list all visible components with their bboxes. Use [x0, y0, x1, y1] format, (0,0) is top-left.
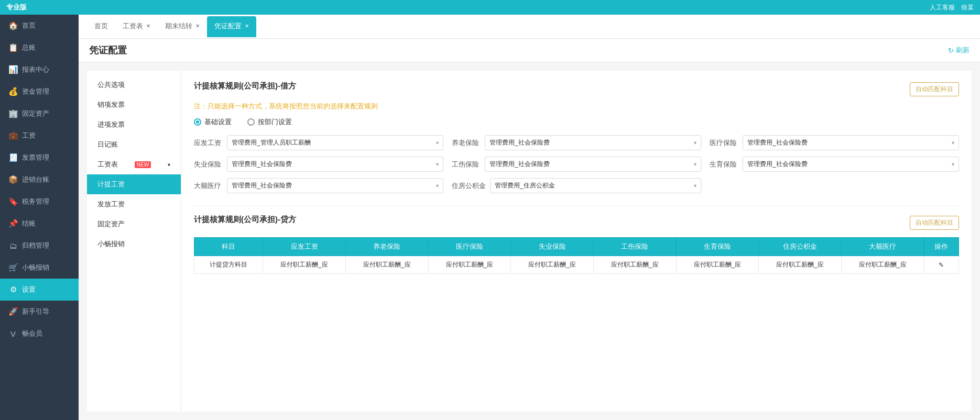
select-maternity[interactable]: 管理费用_社会保险费 ▾ — [743, 157, 959, 172]
tab-home-label: 首页 — [94, 21, 108, 31]
refresh-button[interactable]: ↻ 刷新 — [948, 46, 970, 55]
section-credit: 计提核算规则(公司承担)-贷方 自动匹配科目 科目 应发工资 养老保险 医疗保险… — [194, 215, 959, 274]
select-unemployment-arrow: ▾ — [436, 161, 439, 167]
section-debit: 计提核算规则(公司承担)-借方 自动匹配科目 注：只能选择一种方式，系统将按照您… — [194, 81, 959, 193]
sidebar-item-settings[interactable]: ⚙ 设置 — [0, 279, 79, 301]
select-injury-arrow: ▾ — [694, 161, 696, 167]
auto-match-debit-button[interactable]: 自动匹配科目 — [910, 82, 959, 96]
label-unemployment: 失业保险 — [194, 160, 223, 169]
tab-payroll-close[interactable]: ✕ — [146, 23, 150, 29]
th-major-medical: 大额医疗 — [841, 238, 924, 256]
th-injury: 工伤保险 — [593, 238, 676, 256]
form-row-pension: 养老保险 管理费用_社会保险费 ▾ — [452, 135, 701, 150]
select-pension[interactable]: 管理费用_社会保险费 ▾ — [485, 135, 701, 150]
sidebar-item-fund-mgmt[interactable]: 💰 资金管理 — [0, 81, 79, 103]
select-salary[interactable]: 管理费用_管理人员职工薪酬 ▾ — [227, 135, 443, 150]
left-nav-payroll-table[interactable]: 工资表 NEW ▾ — [87, 154, 181, 174]
credit-table: 科目 应发工资 养老保险 医疗保险 失业保险 工伤保险 生育保险 住房公积金 大… — [194, 237, 959, 274]
form-row-maternity: 生育保险 管理费用_社会保险费 ▾ — [710, 157, 959, 172]
select-salary-text: 管理费用_管理人员职工薪酬 — [232, 138, 311, 147]
select-medical-text: 管理费用_社会保险费 — [747, 138, 808, 147]
sidebar-item-archive[interactable]: 🗂 归档管理 — [0, 235, 79, 257]
left-nav-input-invoice[interactable]: 进项发票 — [87, 115, 181, 135]
sidebar-item-report-center[interactable]: 📊 报表中心 — [0, 59, 79, 81]
left-nav-public-options[interactable]: 公共选项 — [87, 75, 181, 95]
content-area: 首页 工资表 ✕ 期末结转 ✕ 凭证配置 ✕ 凭证配置 ↻ 刷新 — [79, 15, 980, 420]
select-injury[interactable]: 管理费用_社会保险费 ▾ — [485, 157, 701, 172]
sidebar-item-closing[interactable]: 📌 结账 — [0, 213, 79, 235]
left-nav-accrual-payroll[interactable]: 计提工资 — [87, 174, 181, 194]
tab-voucher-config-close[interactable]: ✕ — [245, 23, 249, 29]
select-medical[interactable]: 管理费用_社会保险费 ▾ — [743, 135, 959, 150]
tab-voucher-config[interactable]: 凭证配置 ✕ — [207, 16, 256, 37]
edit-icon[interactable]: ✎ — [939, 261, 944, 269]
td-val-0: 应付职工薪酬_应 — [263, 256, 346, 274]
sidebar-item-fixed-assets[interactable]: 🏢 固定资产 — [0, 103, 79, 125]
sidebar-item-purchase-sale[interactable]: 📦 进销台账 — [0, 169, 79, 191]
select-major-medical-text: 管理费用_社会保险费 — [232, 181, 292, 190]
th-medical: 医疗保险 — [428, 238, 511, 256]
radio-dept[interactable]: 按部门设置 — [247, 117, 292, 127]
arrow-icon: ▾ — [168, 162, 170, 168]
td-val-2: 应付职工薪酬_应 — [428, 256, 511, 274]
sidebar-label-tax: 税务管理 — [22, 197, 70, 206]
th-action: 操作 — [924, 238, 959, 256]
label-salary: 应发工资 — [194, 138, 223, 148]
left-nav-distribute-payroll[interactable]: 发放工资 — [87, 194, 181, 214]
sidebar-item-payroll[interactable]: 💼 工资 — [0, 125, 79, 147]
sidebar-label-assets: 固定资产 — [22, 109, 70, 118]
select-medical-arrow: ▾ — [952, 140, 954, 146]
select-pension-text: 管理费用_社会保险费 — [489, 138, 550, 147]
archive-icon: 🗂 — [8, 241, 18, 250]
td-action[interactable]: ✎ — [924, 256, 959, 274]
report-icon: 📊 — [8, 65, 18, 74]
section-divider — [194, 206, 959, 206]
tab-voucher-config-label: 凭证配置 — [214, 21, 242, 31]
left-nav-cancel-invoice[interactable]: 销项发票 — [87, 95, 181, 115]
radio-basic-label: 基础设置 — [204, 117, 232, 127]
sidebar-item-home[interactable]: 🏠 首页 — [0, 15, 79, 37]
form-row-housing: 住房公积金 管理费用_住房公积金 ▾ — [452, 178, 701, 193]
tab-bar: 首页 工资表 ✕ 期末结转 ✕ 凭证配置 ✕ — [79, 15, 980, 39]
select-housing[interactable]: 管理费用_住房公积金 ▾ — [490, 178, 701, 193]
left-nav-journal[interactable]: 日记账 — [87, 135, 181, 154]
select-pension-arrow: ▾ — [694, 140, 696, 146]
main-content: 公共选项 销项发票 进项发票 日记账 工资表 NEW ▾ 计提工资 — [79, 62, 980, 420]
sidebar-item-xcbx[interactable]: 🛒 小畅报销 — [0, 257, 79, 279]
radio-basic[interactable]: 基础设置 — [194, 117, 232, 127]
auto-match-credit-button[interactable]: 自动匹配科目 — [910, 216, 959, 230]
customer-service-label[interactable]: 人工客服 — [930, 3, 955, 12]
sidebar-item-invoice-mgmt[interactable]: 🧾 发票管理 — [0, 147, 79, 169]
sidebar-label-report: 报表中心 — [22, 65, 70, 74]
radio-group: 基础设置 按部门设置 — [194, 117, 959, 127]
fund-icon: 💰 — [8, 87, 18, 96]
td-val-3: 应付职工薪酬_应 — [511, 256, 594, 274]
tab-home[interactable]: 首页 — [87, 16, 115, 37]
tab-period-close-close[interactable]: ✕ — [195, 23, 200, 29]
sidebar-label-home: 首页 — [22, 21, 70, 30]
select-major-medical[interactable]: 管理费用_社会保险费 ▾ — [227, 178, 443, 193]
radio-basic-dot — [194, 118, 201, 126]
sidebar-item-tax-mgmt[interactable]: 🔖 税务管理 — [0, 191, 79, 213]
form-row-unemployment: 失业保险 管理费用_社会保险费 ▾ — [194, 157, 443, 172]
left-nav-xcbx-sub[interactable]: 小畅报销 — [87, 234, 181, 254]
label-injury: 工伤保险 — [452, 160, 481, 169]
sidebar-item-guide[interactable]: 🚀 新手引导 — [0, 301, 79, 323]
form-row-injury: 工伤保险 管理费用_社会保险费 ▾ — [452, 157, 701, 172]
sidebar-label-closing: 结账 — [22, 219, 70, 228]
sidebar-label-ledger: 总账 — [22, 43, 70, 52]
select-unemployment-text: 管理费用_社会保险费 — [232, 160, 292, 169]
left-nav-fixed-assets-sub[interactable]: 固定资产 — [87, 214, 181, 234]
sidebar-label-invoice: 发票管理 — [22, 153, 70, 162]
sidebar-item-general-ledger[interactable]: 📋 总账 — [0, 37, 79, 59]
tab-period-close[interactable]: 期末结转 ✕ — [158, 16, 207, 37]
sidebar-item-vip[interactable]: V 畅会员 — [0, 323, 79, 345]
payroll-icon: 💼 — [8, 131, 18, 140]
form-grid: 应发工资 管理费用_管理人员职工薪酬 ▾ 养老保险 管理费用_社会保险费 ▾ — [194, 135, 959, 193]
tab-payroll[interactable]: 工资表 ✕ — [115, 16, 158, 37]
xcbx-icon: 🛒 — [8, 263, 18, 272]
th-housing: 住房公积金 — [759, 238, 842, 256]
select-salary-arrow: ▾ — [436, 140, 439, 146]
table-row: 计提贷方科目 应付职工薪酬_应 应付职工薪酬_应 应付职工薪酬_应 应付职工薪酬… — [194, 256, 959, 274]
select-unemployment[interactable]: 管理费用_社会保险费 ▾ — [227, 157, 443, 172]
